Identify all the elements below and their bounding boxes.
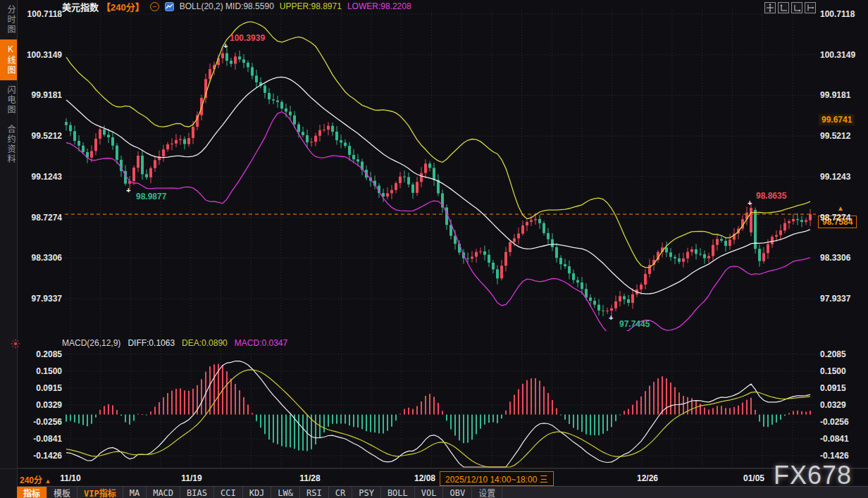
extreme-cross-marker: + bbox=[126, 187, 130, 194]
toolbar-item-CCI[interactable]: CCI bbox=[214, 487, 243, 498]
price-axis-right-label: 97.9337 bbox=[820, 294, 850, 304]
price-axis-right-label: 100.7118 bbox=[820, 9, 855, 19]
price-axis-right-label: 99.9181 bbox=[820, 90, 850, 100]
date-tick-label: 11/10 bbox=[60, 473, 80, 483]
boll-lower-label: LOWER:98.2208 bbox=[347, 1, 411, 11]
macd-axis-left-label: 0.0915 bbox=[18, 383, 62, 393]
macd-axis-right-label: 0.0915 bbox=[820, 383, 846, 393]
macd-diff-value: DIFF:0.1063 bbox=[128, 338, 175, 348]
price-axis-left-label: 100.3149 bbox=[18, 50, 62, 60]
toolbar-item-模板[interactable]: 模板 bbox=[47, 487, 78, 498]
period-label[interactable]: 【240分】 bbox=[101, 0, 144, 13]
price-annotation: 98.9877 bbox=[136, 192, 166, 201]
price-annotation: 97.7445 bbox=[619, 319, 650, 329]
price-axis-right-label: 98.3306 bbox=[820, 253, 850, 263]
toolbar-item-PSY[interactable]: PSY bbox=[352, 487, 381, 498]
sidebar-item-3[interactable]: 合约资料 bbox=[0, 120, 17, 169]
indicator-toolbar: 指标模板VIP指标MAMACDBIASCCIKDJLW&RSICRPSYBOLL… bbox=[17, 486, 868, 498]
macd-header: MACD(26,12,9) DIFF:0.1063 DEA:0.0890 MAC… bbox=[62, 338, 287, 348]
price-axis-left-label: 98.3306 bbox=[18, 253, 62, 263]
axis-tool-buttons bbox=[764, 2, 816, 13]
macd-axis-right-label: -0.1426 bbox=[820, 451, 849, 461]
toolbar-item-MA[interactable]: MA bbox=[123, 487, 147, 498]
toolbar-item-VOL[interactable]: VOL bbox=[415, 487, 444, 498]
price-axis-left-label: 98.7274 bbox=[18, 213, 62, 223]
macd-axis-left-label: 0.2085 bbox=[18, 349, 62, 359]
macd-axis-left-label: -0.0256 bbox=[18, 417, 62, 427]
macd-axis-right-label: 0.0329 bbox=[820, 400, 846, 410]
x-axis-scale-icon[interactable] bbox=[791, 2, 802, 13]
y-axis-scale-icon[interactable] bbox=[778, 2, 789, 13]
date-tick-label: 11/28 bbox=[299, 473, 320, 483]
period-selector[interactable]: 240分 ▲ bbox=[20, 473, 51, 485]
price-chart-canvas[interactable] bbox=[0, 0, 868, 498]
toolbar-item-指标[interactable]: 指标 bbox=[17, 487, 47, 498]
macd-hist-value: MACD:0.0347 bbox=[235, 338, 287, 348]
sidebar-item-0[interactable]: 分时图 bbox=[0, 0, 17, 39]
axis-shift-icon[interactable] bbox=[805, 2, 816, 13]
extreme-cross-marker: + bbox=[748, 199, 752, 207]
date-tick-label: 11/19 bbox=[181, 473, 202, 483]
symbol-title: 美元指数 bbox=[62, 0, 99, 13]
macd-axis-left-label: -0.0841 bbox=[18, 434, 62, 444]
extreme-cross-marker: + bbox=[609, 314, 613, 322]
macd-axis-right-label: 0.2085 bbox=[820, 349, 846, 359]
toolbar-item-KDJ[interactable]: KDJ bbox=[243, 487, 272, 498]
macd-dea-value: DEA:0.0890 bbox=[182, 338, 228, 348]
indicator-marker-icon[interactable] bbox=[11, 339, 20, 349]
price-axis-right-label: 98.7274 bbox=[820, 213, 850, 223]
chart-style-icon[interactable] bbox=[165, 2, 174, 11]
price-axis-left-label: 99.9181 bbox=[18, 90, 62, 100]
date-tick-label: 01/05 bbox=[743, 473, 764, 483]
remove-indicator-icon[interactable]: – bbox=[150, 2, 159, 11]
price-axis-right-label: 99.5212 bbox=[820, 131, 850, 141]
price-up-arrow-icon: ▲ bbox=[837, 205, 844, 212]
toolbar-item-BIAS[interactable]: BIAS bbox=[180, 487, 214, 498]
toolbar-item-LW&[interactable]: LW& bbox=[271, 487, 300, 498]
macd-axis-left-label: 0.0329 bbox=[18, 400, 62, 410]
macd-axis-right-label: -0.0841 bbox=[820, 434, 849, 444]
period-arrow-icon: ▲ bbox=[44, 478, 51, 485]
price-axis-left-label: 97.9337 bbox=[18, 294, 62, 304]
selected-candle-time: 2025/12/10 14:00~18:00 三 bbox=[440, 471, 554, 486]
date-tick-label: 12/08 bbox=[414, 473, 435, 483]
toolbar-item-CR[interactable]: CR bbox=[329, 487, 352, 498]
macd-indicator-label: MACD(26,12,9) bbox=[62, 338, 120, 348]
chart-header: 美元指数 【240分】 – BOLL(20,2) MID:98.5590 UPP… bbox=[62, 1, 411, 12]
price-annotation: 98.8635 bbox=[756, 191, 786, 201]
chart-type-sidebar: 分时图K线图闪电图合约资料 bbox=[0, 0, 18, 498]
macd-axis-left-label: -0.1426 bbox=[18, 451, 62, 461]
reference-price-badge: 99.6741 bbox=[819, 114, 855, 125]
toolbar-item-设置[interactable]: 设置 bbox=[472, 487, 502, 498]
price-axis-right-label: 100.3149 bbox=[820, 50, 855, 60]
boll-upper-label: UPPER:98.8971 bbox=[280, 1, 342, 11]
toolbar-item-BOLL[interactable]: BOLL bbox=[381, 487, 415, 498]
toolbar-item-RSI[interactable]: RSI bbox=[300, 487, 329, 498]
price-annotation: 100.3939 bbox=[230, 33, 265, 43]
sidebar-item-2[interactable]: 闪电图 bbox=[0, 80, 17, 120]
sidebar-item-1[interactable]: K线图 bbox=[0, 39, 17, 80]
extreme-cross-marker: + bbox=[223, 42, 228, 50]
price-axis-left-label: 99.5212 bbox=[18, 131, 62, 141]
boll-indicator-label: BOLL(20,2) MID:98.5590 bbox=[180, 1, 274, 11]
macd-axis-left-label: 0.1500 bbox=[18, 366, 62, 376]
price-axis-right-label: 99.1243 bbox=[820, 172, 850, 182]
pan-icon[interactable] bbox=[764, 2, 776, 13]
date-tick-label: 12/26 bbox=[637, 473, 658, 483]
price-axis-left-label: 100.7118 bbox=[18, 9, 62, 19]
toolbar-item-MACD[interactable]: MACD bbox=[147, 487, 180, 498]
trading-app-window: 分时图K线图闪电图合约资料 美元指数 【240分】 – BOLL(20,2) M… bbox=[0, 0, 868, 498]
macd-axis-right-label: -0.0256 bbox=[820, 417, 849, 427]
macd-axis-right-label: 0.1500 bbox=[820, 366, 846, 376]
price-axis-left-label: 99.1243 bbox=[18, 172, 62, 182]
toolbar-item-OBV[interactable]: OBV bbox=[443, 487, 472, 498]
toolbar-item-VIP指标[interactable]: VIP指标 bbox=[78, 487, 123, 498]
